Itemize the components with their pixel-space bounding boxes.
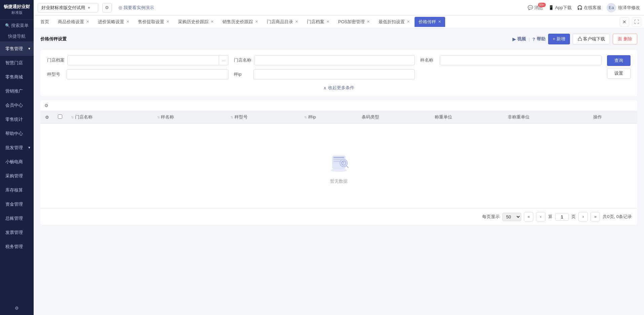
store-file-input-wrapper: ··· — [67, 55, 228, 65]
table-wrap: ⚙ ⇅ 门店名称 ⇅ 秤名称 — [40, 111, 637, 208]
sidebar-item-smart_store[interactable]: 智慧门店 — [0, 56, 34, 70]
sidebar-item-member[interactable]: 会员中心 — [0, 98, 34, 112]
message-btn[interactable]: 💬 消息 99+ — [528, 5, 543, 11]
version-selector[interactable]: 好业财标准版交付试用 ▼ — [38, 3, 98, 12]
tab-label: 销售历史价跟踪 — [222, 19, 253, 25]
th-weight-unit: 称重单位 — [431, 111, 504, 124]
download-btn[interactable]: 凸 客户端下载 — [573, 34, 610, 44]
scale-name-group: 秤名称 — [420, 55, 602, 65]
sidebar-item-ecommerce[interactable]: 小畅电商 — [0, 155, 34, 169]
store-name-input[interactable] — [254, 55, 415, 65]
sidebar-item-marketing[interactable]: 营销推广 — [0, 84, 34, 98]
scale-type-input[interactable] — [67, 69, 228, 79]
table-toolbar: ⚙ — [40, 100, 637, 111]
set-btn[interactable]: 设置 — [607, 68, 631, 79]
tab-sale_history[interactable]: 销售历史价跟踪✕ — [218, 17, 262, 27]
store-file-input[interactable] — [67, 55, 219, 65]
table-empty-cell: ? 暂无数据 — [40, 124, 637, 208]
version-selector-text: 好业财标准版交付试用 — [41, 5, 85, 11]
app-download-btn[interactable]: 📱 App下载 — [548, 5, 572, 11]
sidebar-item-retail_mall[interactable]: 零售商城 — [0, 70, 34, 84]
tab-store_file[interactable]: 门店档案✕ — [303, 17, 333, 27]
video-link[interactable]: ▶ 视频 — [512, 36, 526, 42]
sidebar-item-finance[interactable]: 资金管理 — [0, 197, 34, 211]
collapse-bar[interactable]: ∧ 收起更多条件 — [47, 83, 631, 91]
tab-close-btn[interactable]: ✕ — [166, 20, 169, 24]
demo-link[interactable]: ◎ 我要看实例演示 — [118, 5, 154, 11]
tab-goods_price[interactable]: 商品价格设置✕ — [54, 17, 93, 27]
sidebar-item-wholesale[interactable]: 批发管理▼ — [0, 141, 34, 155]
store-file-suffix-btn[interactable]: ··· — [219, 55, 228, 65]
help-link[interactable]: ? 帮助 — [533, 36, 545, 42]
scale-ip-input[interactable] — [253, 69, 415, 79]
sidebar-item-general_ledger[interactable]: 总账管理 — [0, 211, 34, 225]
gear-icon[interactable]: ⚙ — [44, 103, 48, 108]
sidebar-item-inventory[interactable]: 库存核算 — [0, 183, 34, 197]
sidebar-quick-nav[interactable]: 快捷导航 — [0, 31, 34, 42]
sort-icon: ⇅ — [230, 115, 233, 119]
page-input[interactable] — [555, 213, 569, 221]
search-card: 门店档案 ··· 门店名称 — [40, 50, 637, 96]
demo-label: 我要看实例演示 — [123, 5, 154, 11]
delete-btn[interactable]: 面 删除 — [613, 34, 637, 44]
sidebar-settings-btn[interactable]: ⚙ — [0, 301, 34, 315]
online-service-btn[interactable]: 🎧 在线客服 — [577, 5, 601, 11]
chevron-icon: ▼ — [28, 146, 31, 149]
sidebar-item-help[interactable]: 帮助中心 — [0, 127, 34, 141]
sidebar-item-invoice[interactable]: 发票管理 — [0, 225, 34, 240]
tab-purchase_history[interactable]: 采购历史价跟踪✕ — [174, 17, 218, 27]
tab-label: 采购历史价跟踪 — [178, 19, 209, 25]
tab-min_discount[interactable]: 最低折扣设置✕ — [374, 17, 414, 27]
user-profile-btn[interactable]: Ea 徐泽华修改 — [607, 3, 640, 12]
query-btn[interactable]: 查询 — [607, 55, 631, 66]
topbar-right: 💬 消息 99+ 📱 App下载 🎧 在线客服 Ea 徐泽华修改 — [528, 3, 640, 12]
avatar: Ea — [607, 3, 616, 12]
page-size-select[interactable]: 50 20 100 — [502, 213, 521, 221]
tabs-container: 首页商品价格设置✕进价策略设置✕售价提取设置✕采购历史价跟踪✕销售历史价跟踪✕门… — [36, 17, 445, 27]
th-scale-ip: ⇅ 秤ip — [299, 111, 358, 124]
empty-illustration: ? — [325, 147, 352, 174]
tab-close-btn[interactable]: ✕ — [326, 20, 329, 24]
sidebar-item-tax[interactable]: 税务管理 — [0, 240, 34, 254]
topbar-setting-btn[interactable]: ⚙ — [102, 3, 112, 12]
scale-name-input[interactable] — [440, 55, 602, 65]
sidebar-search[interactable]: 🔍 搜索菜单 — [0, 20, 34, 31]
svg-line-6 — [346, 166, 348, 168]
first-page-btn[interactable]: « — [524, 212, 533, 221]
tab-store_catalog[interactable]: 门店商品目录✕ — [263, 17, 302, 27]
per-page-label: 每页显示 — [482, 214, 500, 220]
tabs-controls: ✕ ⛶ — [620, 17, 641, 27]
tab-sale_price[interactable]: 售价提取设置✕ — [134, 17, 173, 27]
table-card: ⚙ ⚙ ⇅ 门店名称 — [40, 100, 637, 225]
headset-icon: 🎧 — [577, 5, 582, 10]
tab-close-btn[interactable]: ✕ — [438, 20, 441, 24]
tab-close-btn[interactable]: ✕ — [255, 20, 258, 24]
select-all-checkbox[interactable] — [58, 114, 62, 119]
tab-purchase_strategy[interactable]: 进价策略设置✕ — [94, 17, 133, 27]
prev-page-btn[interactable]: ‹ — [536, 212, 545, 221]
tab-home[interactable]: 首页 — [36, 17, 53, 27]
tab-close-btn[interactable]: ✕ — [407, 20, 410, 24]
tab-close-btn[interactable]: ✕ — [126, 20, 129, 24]
add-btn[interactable]: + 新增 — [548, 34, 570, 44]
tab-price_scale[interactable]: 价格传秤✕ — [415, 17, 445, 27]
scale-ip-group: 秤ip — [234, 69, 415, 79]
store-file-label: 门店档案 — [47, 57, 65, 63]
chevron-down-icon: ▼ — [87, 6, 91, 10]
tab-label: 售价提取设置 — [138, 19, 164, 25]
tab-close-btn[interactable]: ✕ — [295, 20, 298, 24]
tab-pos_encrypt[interactable]: POS加密管理✕ — [334, 17, 374, 27]
tab-close-btn[interactable]: ✕ — [211, 20, 214, 24]
next-page-btn[interactable]: › — [578, 212, 588, 221]
tab-close-btn[interactable]: ✕ — [367, 20, 370, 24]
sidebar-item-retail[interactable]: 零售管理▼ — [0, 42, 34, 56]
last-page-btn[interactable]: » — [591, 212, 600, 221]
sidebar-item-purchase[interactable]: 采购管理 — [0, 169, 34, 183]
tab-close-btn[interactable]: ✕ — [86, 20, 89, 24]
page-title-actions: ▶ 视频 | ? 帮助 + 新增 凸 客户端下载 面 删除 — [512, 34, 637, 44]
tabs-bar: 首页商品价格设置✕进价策略设置✕售价提取设置✕采购历史价跟踪✕销售历史价跟踪✕门… — [34, 15, 644, 28]
sidebar-item-retail_stats[interactable]: 零售统计 — [0, 112, 34, 127]
window-close-btn[interactable]: ✕ — [620, 17, 629, 27]
fullscreen-btn[interactable]: ⛶ — [632, 17, 641, 27]
scale-name-label: 秤名称 — [420, 57, 437, 63]
